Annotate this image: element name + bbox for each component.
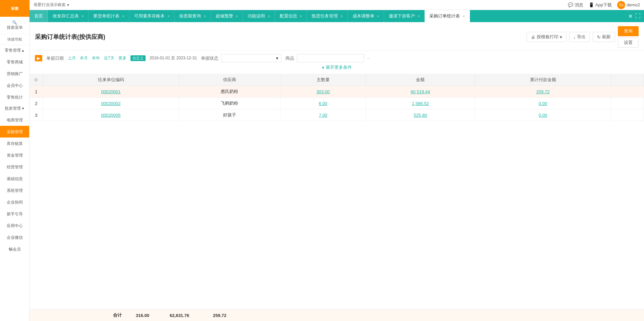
td-code[interactable]: 00020005 bbox=[43, 109, 179, 121]
tab-close-icon[interactable]: × bbox=[268, 14, 270, 18]
td-paid[interactable]: 259.72 bbox=[475, 86, 611, 98]
data-table: ⚙ 往来单位编码 供应商 主数量 金额 累计付款金额 1 00020001 bbox=[30, 74, 644, 121]
sidebar-item-member-center[interactable]: 会员中心 bbox=[0, 79, 29, 91]
sidebar-item-purchase-management[interactable]: 采购管理 bbox=[0, 126, 29, 138]
column-settings-icon[interactable]: ⚙ bbox=[34, 77, 38, 83]
tab-purchase-order-stats[interactable]: 采购订单统计表 × bbox=[425, 10, 470, 22]
message-button[interactable]: 💬 消息 bbox=[568, 2, 583, 8]
td-amount[interactable]: 525.80 bbox=[366, 109, 475, 121]
td-qty[interactable]: 7.00 bbox=[280, 109, 366, 121]
workspace-name: 母婴行业演示账套 bbox=[34, 2, 66, 8]
sidebar-item-marketing[interactable]: 营销推广 bbox=[0, 68, 29, 79]
tab-shelf-life[interactable]: 保质期查询 × bbox=[174, 10, 211, 22]
td-amount[interactable]: 60,519.44 bbox=[366, 86, 475, 98]
app-logo: 标旗 bbox=[0, 0, 30, 17]
sidebar-item-member[interactable]: 畅会员 bbox=[0, 243, 29, 255]
tab-config[interactable]: 配置信息 × bbox=[275, 10, 307, 22]
tab-stock-summary[interactable]: 收发存汇总表 × bbox=[48, 10, 89, 22]
export-button[interactable]: ↓ 导出 bbox=[569, 32, 590, 42]
tab-close-icon[interactable]: × bbox=[82, 14, 84, 18]
sidebar-item-wholesale-management[interactable]: 批发管理 ▼ bbox=[0, 103, 29, 114]
app-download-button[interactable]: 📱 App下载 bbox=[589, 2, 612, 8]
sidebar-item-finance[interactable]: 资金管理 bbox=[0, 149, 29, 161]
td-qty[interactable]: 303.00 bbox=[280, 86, 366, 98]
tab-close-icon[interactable]: × bbox=[340, 14, 342, 18]
tab-inventory-book[interactable]: 可用量库存账本 × bbox=[129, 10, 174, 22]
sidebar-item-new-guide[interactable]: 新手引导 bbox=[0, 208, 29, 220]
search-label: 搜索菜单 bbox=[0, 25, 29, 31]
td-code[interactable]: 00020002 bbox=[43, 98, 179, 109]
goods-input[interactable] bbox=[297, 54, 364, 62]
logo-text: 标旗 bbox=[11, 6, 18, 11]
user-profile[interactable]: Ea demo2 bbox=[617, 1, 640, 9]
custom-date-tag: 自定义 bbox=[130, 55, 146, 61]
tab-close-icon[interactable]: × bbox=[377, 14, 379, 18]
sidebar-item-system[interactable]: 系统管理 bbox=[0, 184, 29, 196]
tab-label: 成本调整单 bbox=[353, 13, 374, 19]
td-amount[interactable]: 1,586.52 bbox=[366, 98, 475, 109]
tab-close-icon[interactable]: × bbox=[418, 14, 420, 18]
sidebar-item-label: 零售管理 bbox=[5, 48, 21, 53]
td-paid[interactable]: 0.00 bbox=[475, 109, 611, 121]
sidebar-search[interactable]: 🔍 搜索菜单 bbox=[0, 17, 29, 34]
td-qty[interactable]: 6.00 bbox=[280, 98, 366, 109]
filter-collapse-toggle[interactable]: ▶ bbox=[35, 55, 42, 61]
sidebar-item-ecommerce[interactable]: 电商管理 bbox=[0, 114, 29, 126]
th-code: 往来单位编码 bbox=[43, 74, 179, 86]
tab-close-icon[interactable]: × bbox=[122, 14, 124, 18]
workspace-dropdown[interactable]: 母婴行业演示账套 ▾ bbox=[34, 2, 69, 8]
shortcut-this-month[interactable]: 本月 bbox=[78, 55, 89, 62]
tab-invite-customer[interactable]: 邀请下游客户 × bbox=[384, 10, 425, 22]
quick-nav-label[interactable]: 快捷导航 bbox=[0, 34, 29, 45]
sidebar-item-operations[interactable]: 经营管理 bbox=[0, 161, 29, 173]
tab-close-icon[interactable]: × bbox=[463, 14, 465, 18]
tab-close-icon[interactable]: × bbox=[236, 14, 238, 18]
shortcut-7-days[interactable]: 近7天 bbox=[103, 55, 116, 62]
tab-home-label: 首页 bbox=[34, 13, 43, 19]
tab-home[interactable]: 首页 bbox=[30, 10, 48, 22]
th-extra bbox=[611, 74, 644, 86]
sidebar-item-app-center[interactable]: 应用中心 bbox=[0, 220, 29, 231]
tabbar-actions: ✕ ⛶ bbox=[625, 13, 644, 19]
sidebar-item-retail-stats[interactable]: 零售统计 bbox=[0, 91, 29, 103]
tab-pick-task[interactable]: 拣货任务管理 × bbox=[307, 10, 347, 22]
status-select[interactable]: ▾ bbox=[221, 54, 281, 62]
app-download-label: App下载 bbox=[595, 2, 612, 8]
th-paid: 累计付款金额 bbox=[475, 74, 611, 86]
fullscreen-icon[interactable]: ⛶ bbox=[635, 13, 641, 19]
goods-more-icon[interactable]: ··· bbox=[367, 56, 370, 61]
refresh-button[interactable]: ↻ 刷新 bbox=[593, 32, 615, 42]
shortcut-this-year[interactable]: 本年 bbox=[91, 55, 101, 62]
filter-row: ▶ 单据日期 上月 本月 本年 近7天 更多 自定义 2016-01 bbox=[35, 54, 639, 62]
settings-button[interactable]: 设置 bbox=[618, 38, 639, 48]
sidebar-item-inventory[interactable]: 库存核算 bbox=[0, 138, 29, 149]
print-button[interactable]: 🖨 按模板打印 ▾ bbox=[527, 32, 567, 42]
tab-order-stats[interactable]: 要货单统计表 × bbox=[89, 10, 129, 22]
th-amount: 金额 bbox=[366, 74, 475, 86]
sidebar-item-enterprise-wechat[interactable]: 企业微信 bbox=[0, 231, 29, 243]
tab-feature-desc[interactable]: 功能说明 × bbox=[243, 10, 275, 22]
sidebar-item-basic-info[interactable]: 基础信息 bbox=[0, 173, 29, 184]
sidebar-item-retail-management[interactable]: 零售管理 ▲ bbox=[0, 45, 29, 56]
filter-area: ▶ 单据日期 上月 本月 本年 近7天 更多 自定义 2016-01 bbox=[30, 51, 644, 74]
sidebar-item-retail-mall[interactable]: 零售商城 bbox=[0, 56, 29, 68]
close-tab-icon[interactable]: ✕ bbox=[628, 13, 633, 19]
shortcut-more[interactable]: 更多 bbox=[117, 55, 128, 62]
shortcut-last-month[interactable]: 上月 bbox=[66, 55, 77, 62]
td-code[interactable]: 00020001 bbox=[43, 86, 179, 98]
tab-close-icon[interactable]: × bbox=[204, 14, 206, 18]
td-extra bbox=[611, 98, 644, 109]
tab-close-icon[interactable]: × bbox=[300, 14, 302, 18]
td-no: 3 bbox=[30, 109, 43, 121]
tab-cost-adjust[interactable]: 成本调整单 × bbox=[348, 10, 384, 22]
status-label: 单据状态 bbox=[201, 55, 218, 61]
td-paid[interactable]: 0.00 bbox=[475, 98, 611, 109]
tab-overstock-warning[interactable]: 超储预警 × bbox=[211, 10, 243, 22]
summary-total-amount: 62,631.76 bbox=[159, 313, 200, 318]
sidebar-item-enterprise-collab[interactable]: 企业协同 bbox=[0, 196, 29, 208]
expand-more-button[interactable]: ▾ 展开更多条件 bbox=[322, 64, 352, 70]
sidebar-menu: 零售管理 ▲ 零售商城 营销推广 会员中心 零售统计 批发管理 ▼ 电商管理 采… bbox=[0, 45, 29, 255]
tab-close-icon[interactable]: × bbox=[167, 14, 169, 18]
table-container: ⚙ 往来单位编码 供应商 主数量 金额 累计付款金额 1 00020001 bbox=[30, 74, 644, 309]
query-button[interactable]: 查询 bbox=[618, 26, 639, 36]
